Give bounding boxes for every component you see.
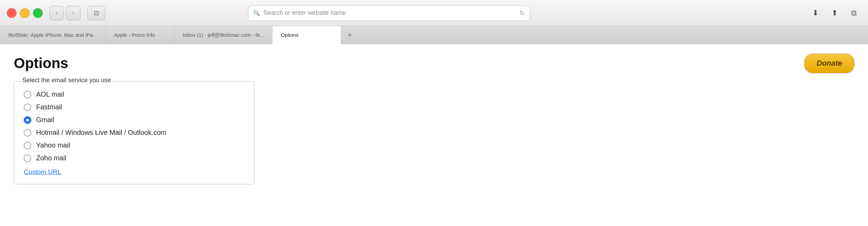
tab-label: 9to5Mac: Apple iPhone, Mac and iPa...: [8, 32, 97, 38]
reload-icon[interactable]: ↻: [520, 9, 525, 17]
traffic-lights: [7, 8, 43, 18]
radio-item-fastmail[interactable]: Fastmail: [24, 103, 245, 111]
share-button[interactable]: ⬆: [827, 6, 842, 20]
radio-fastmail[interactable]: [24, 104, 31, 111]
download-icon: ⬇: [812, 9, 818, 18]
radio-item-aol[interactable]: AOL mail: [24, 90, 245, 98]
windows-button[interactable]: ⧉: [847, 6, 861, 20]
radio-label-gmail: Gmail: [36, 116, 54, 124]
back-button[interactable]: ‹: [50, 6, 64, 20]
radio-label-yahoo: Yahoo mail: [36, 141, 70, 149]
sidebar-icon: ⊡: [94, 9, 99, 17]
back-icon: ‹: [56, 9, 58, 17]
radio-item-hotmail[interactable]: Hotmail / Windows Live Mail / Outlook.co…: [24, 129, 245, 137]
tabbar: 9to5Mac: Apple iPhone, Mac and iPa... Ap…: [0, 26, 868, 44]
custom-url-link[interactable]: Custom URL: [24, 168, 61, 176]
radio-item-yahoo[interactable]: Yahoo mail: [24, 141, 245, 149]
maximize-button[interactable]: [33, 8, 43, 18]
radio-hotmail[interactable]: [24, 129, 31, 137]
nav-buttons: ‹ ›: [50, 6, 80, 20]
forward-button[interactable]: ›: [66, 6, 80, 20]
page-content: Options Donate Select the email service …: [0, 44, 868, 226]
email-service-fieldset: Select the email service you use AOL mai…: [14, 81, 254, 184]
address-bar[interactable]: 🔍 Search or enter website name ↻: [248, 5, 530, 21]
sidebar-toggle-button[interactable]: ⊡: [87, 6, 105, 20]
donate-button[interactable]: Donate: [804, 54, 854, 73]
radio-label-fastmail: Fastmail: [36, 103, 62, 111]
radio-label-zoho: Zoho mail: [36, 154, 66, 162]
tab-apple-press[interactable]: Apple - Press Info: [106, 26, 175, 44]
share-icon: ⬆: [832, 9, 838, 18]
page-title: Options: [14, 55, 854, 72]
radio-label-hotmail: Hotmail / Windows Live Mail / Outlook.co…: [36, 129, 166, 137]
fieldset-legend: Select the email service you use: [20, 77, 113, 84]
tab-label: Inbox (1) - jeff@9to5mac.com - 9t...: [183, 32, 264, 38]
download-button[interactable]: ⬇: [808, 6, 823, 20]
titlebar: ‹ › ⊡ 🔍 Search or enter website name ↻ ⬇…: [0, 0, 868, 26]
tab-inbox[interactable]: Inbox (1) - jeff@9to5mac.com - 9t...: [175, 26, 273, 44]
radio-zoho[interactable]: [24, 154, 31, 162]
tab-9to5mac[interactable]: 9to5Mac: Apple iPhone, Mac and iPa...: [0, 26, 106, 44]
radio-group: AOL mail Fastmail Gmail Hotmail / Window…: [24, 90, 245, 162]
tab-options[interactable]: Options: [272, 26, 341, 44]
radio-gmail[interactable]: [24, 116, 31, 124]
address-bar-placeholder: Search or enter website name: [263, 9, 516, 17]
radio-label-aol: AOL mail: [36, 90, 64, 98]
tab-label: Options: [281, 32, 299, 38]
radio-item-zoho[interactable]: Zoho mail: [24, 154, 245, 162]
forward-icon: ›: [72, 9, 74, 17]
new-tab-button[interactable]: +: [341, 26, 358, 44]
tab-label: Apple - Press Info: [114, 32, 155, 38]
toolbar-right: ⬇ ⬆ ⧉: [808, 6, 861, 20]
radio-yahoo[interactable]: [24, 142, 31, 149]
windows-icon: ⧉: [851, 9, 857, 18]
search-icon: 🔍: [253, 10, 260, 16]
radio-aol[interactable]: [24, 91, 31, 98]
radio-item-gmail[interactable]: Gmail: [24, 116, 245, 124]
close-button[interactable]: [7, 8, 17, 18]
minimize-button[interactable]: [20, 8, 30, 18]
new-tab-icon: +: [347, 31, 352, 40]
